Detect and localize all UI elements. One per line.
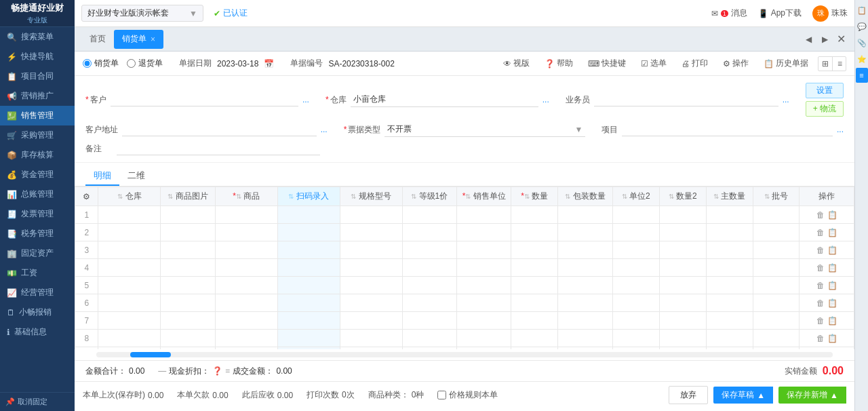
row-spec[interactable] bbox=[340, 206, 402, 224]
row-qty2[interactable] bbox=[659, 206, 706, 224]
customer-lookup-button[interactable]: ... bbox=[302, 95, 309, 104]
sidebar-item-basic[interactable]: ℹ 基础信息 bbox=[0, 322, 75, 342]
message-button[interactable]: ✉ 1 消息 bbox=[711, 7, 747, 19]
copy-icon[interactable]: 📋 bbox=[827, 316, 837, 326]
right-panel-icon-3[interactable]: 📎 bbox=[856, 35, 868, 50]
abandon-button[interactable]: 放弃 bbox=[669, 386, 708, 404]
address-lookup-button[interactable]: ... bbox=[321, 125, 328, 134]
list-view-button[interactable]: ≡ bbox=[834, 57, 846, 71]
cancel-pin-button[interactable]: 📌 取消固定 bbox=[0, 392, 75, 411]
tab-close-all-button[interactable]: ✕ bbox=[834, 33, 848, 46]
row-qty[interactable] bbox=[511, 294, 558, 312]
row-batch[interactable] bbox=[753, 206, 800, 224]
horizontal-scrollbar[interactable] bbox=[75, 349, 854, 360]
delete-icon[interactable]: 🗑 bbox=[816, 246, 825, 255]
help-icon-small[interactable]: ❓ bbox=[212, 366, 222, 376]
row-unit2[interactable] bbox=[612, 312, 659, 330]
row-spec[interactable] bbox=[340, 224, 402, 241]
invoice-type-select[interactable]: 不开票 ▼ bbox=[384, 122, 585, 137]
sidebar-item-inventory[interactable]: 📦 库存核算 bbox=[0, 145, 75, 165]
project-input[interactable] bbox=[622, 123, 833, 136]
row-main-qty[interactable] bbox=[706, 312, 753, 330]
row-batch-import[interactable] bbox=[277, 330, 340, 347]
delete-icon[interactable]: 🗑 bbox=[816, 263, 825, 273]
row-qty[interactable] bbox=[511, 312, 558, 330]
row-warehouse[interactable] bbox=[98, 224, 161, 241]
right-panel-icon-1[interactable]: 📋 bbox=[856, 3, 868, 18]
row-unit2[interactable] bbox=[612, 224, 659, 241]
row-batch-import[interactable] bbox=[277, 312, 340, 330]
row-qty[interactable] bbox=[511, 259, 558, 277]
row-warehouse[interactable] bbox=[98, 206, 161, 224]
salesperson-input[interactable] bbox=[594, 94, 778, 106]
view-button[interactable]: 👁 视版 bbox=[498, 56, 535, 71]
row-qty2[interactable] bbox=[659, 241, 706, 259]
row-price[interactable] bbox=[402, 277, 456, 294]
row-price[interactable] bbox=[402, 312, 456, 330]
row-batch-import[interactable] bbox=[277, 259, 340, 277]
tab-close-button[interactable]: × bbox=[151, 35, 155, 44]
row-pack-qty[interactable] bbox=[558, 259, 612, 277]
grid-view-button[interactable]: ⊞ bbox=[818, 57, 833, 71]
row-warehouse[interactable] bbox=[98, 312, 161, 330]
sidebar-item-marketing[interactable]: 📢 营销推广 bbox=[0, 86, 75, 106]
row-unit[interactable] bbox=[456, 241, 511, 259]
right-panel-icon-2[interactable]: 💬 bbox=[856, 19, 868, 34]
row-main-qty[interactable] bbox=[706, 330, 753, 347]
row-product[interactable] bbox=[215, 330, 277, 347]
sidebar-item-tax[interactable]: 📑 税务管理 bbox=[0, 224, 75, 243]
row-batch-import[interactable] bbox=[277, 241, 340, 259]
row-batch-import[interactable] bbox=[277, 277, 340, 294]
row-batch-import[interactable] bbox=[277, 224, 340, 241]
row-price[interactable] bbox=[402, 259, 456, 277]
row-warehouse[interactable] bbox=[98, 259, 161, 277]
row-unit2[interactable] bbox=[612, 206, 659, 224]
row-batch[interactable] bbox=[753, 224, 800, 241]
row-batch[interactable] bbox=[753, 277, 800, 294]
row-product-img[interactable] bbox=[161, 206, 215, 224]
row-warehouse[interactable] bbox=[98, 241, 161, 259]
row-unit[interactable] bbox=[456, 330, 511, 347]
row-qty2[interactable] bbox=[659, 259, 706, 277]
row-product[interactable] bbox=[215, 259, 277, 277]
app-download-button[interactable]: 📱 App下载 bbox=[758, 7, 802, 19]
row-price[interactable] bbox=[402, 224, 456, 241]
row-batch-import[interactable] bbox=[277, 206, 340, 224]
copy-icon[interactable]: 📋 bbox=[827, 246, 837, 255]
delete-icon[interactable]: 🗑 bbox=[816, 316, 825, 326]
copy-icon[interactable]: 📋 bbox=[827, 334, 837, 343]
row-pack-qty[interactable] bbox=[558, 224, 612, 241]
row-pack-qty[interactable] bbox=[558, 294, 612, 312]
col-settings[interactable]: ⚙ bbox=[75, 187, 98, 206]
delete-icon[interactable]: 🗑 bbox=[816, 228, 825, 237]
copy-icon[interactable]: 📋 bbox=[827, 281, 837, 290]
row-unit2[interactable] bbox=[612, 241, 659, 259]
row-product-img[interactable] bbox=[161, 241, 215, 259]
sidebar-item-funds[interactable]: 💰 资金管理 bbox=[0, 165, 75, 184]
row-product-img[interactable] bbox=[161, 294, 215, 312]
row-qty2[interactable] bbox=[659, 312, 706, 330]
copy-icon[interactable]: 📋 bbox=[827, 210, 837, 220]
history-button[interactable]: 📋 历史单据 bbox=[758, 56, 814, 71]
row-spec[interactable] bbox=[340, 294, 402, 312]
row-unit[interactable] bbox=[456, 277, 511, 294]
row-unit[interactable] bbox=[456, 294, 511, 312]
row-product[interactable] bbox=[215, 224, 277, 241]
row-product[interactable] bbox=[215, 206, 277, 224]
delete-icon[interactable]: 🗑 bbox=[816, 298, 825, 308]
row-main-qty[interactable] bbox=[706, 241, 753, 259]
tab-prev-button[interactable]: ◀ bbox=[802, 33, 815, 46]
row-batch[interactable] bbox=[753, 294, 800, 312]
price-rule-checkbox[interactable]: 价格规则本单 bbox=[437, 389, 498, 401]
row-price[interactable] bbox=[402, 206, 456, 224]
row-unit[interactable] bbox=[456, 224, 511, 241]
tab-detail-2d[interactable]: 二维 bbox=[119, 167, 153, 186]
row-qty[interactable] bbox=[511, 330, 558, 347]
row-main-qty[interactable] bbox=[706, 294, 753, 312]
row-qty2[interactable] bbox=[659, 277, 706, 294]
row-main-qty[interactable] bbox=[706, 224, 753, 241]
row-pack-qty[interactable] bbox=[558, 312, 612, 330]
row-product-img[interactable] bbox=[161, 330, 215, 347]
sidebar-item-report[interactable]: 🗒 小畅报销 bbox=[0, 302, 75, 322]
sidebar-item-sales[interactable]: 💹 销售管理 bbox=[0, 106, 75, 125]
